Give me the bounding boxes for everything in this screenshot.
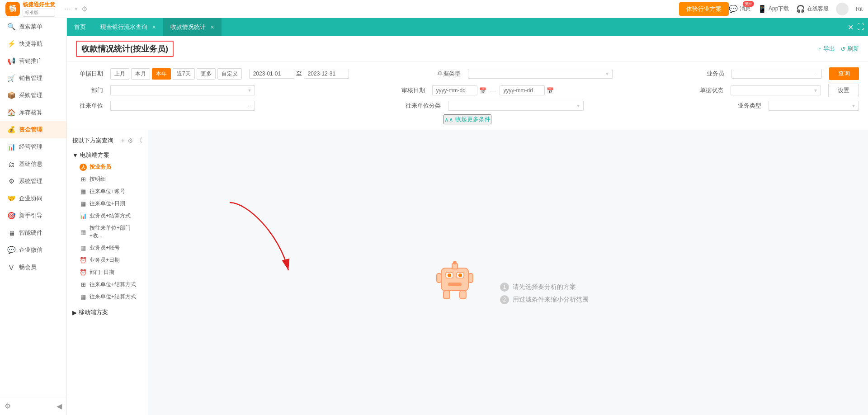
- export-btn[interactable]: ↑ 导出: [819, 45, 835, 53]
- sidebar-item-新手引导[interactable]: 🎯新手引导: [0, 207, 66, 224]
- sidebar-icon-13: 💬: [7, 246, 15, 254]
- online-service-btn[interactable]: 🎧 在线客服: [796, 5, 829, 13]
- sidebar-item-系统管理[interactable]: ⚙系统管理: [0, 173, 66, 190]
- sidebar-item-畅会员[interactable]: V畅会员: [0, 259, 66, 276]
- search-row-2: 部门 ▾ 审核日期 📅 — 📅 单据状态: [76, 84, 859, 97]
- scheme-item-by-detail[interactable]: ⊞ 按明细: [67, 173, 148, 185]
- set-btn[interactable]: 设置: [828, 84, 859, 97]
- robot-container: 1 请先选择要分析的方案 2 用过滤条件来缩小分析范围: [428, 250, 589, 304]
- scheme-group-mobile-title[interactable]: ▶ 移动端方案: [67, 307, 148, 318]
- dept-arrow: ▾: [248, 87, 251, 94]
- sidebar-item-基础信息[interactable]: 🗂基础信息: [0, 156, 66, 173]
- voucher-status-select[interactable]: ▾: [731, 85, 821, 95]
- app-download-btn[interactable]: 📱 App下载: [758, 5, 789, 13]
- salesperson-label: 业务员: [697, 70, 724, 78]
- scheme-item-partner-dept[interactable]: ▦ 按往来单位+部门+收...: [67, 222, 148, 242]
- business-type-select[interactable]: ▾: [769, 101, 859, 111]
- search-row-1: 单据日期 上月 本月 本年 近7天 更多 自定义 至: [76, 67, 859, 80]
- sidebar-item-销售管理[interactable]: 🛒销售管理: [0, 70, 66, 87]
- sidebar-item-企业微信[interactable]: 💬企业微信: [0, 241, 66, 259]
- close-collection-stats-icon[interactable]: ✕: [210, 24, 214, 30]
- tab-collection-stats[interactable]: 收款情况统计 ✕: [163, 18, 222, 36]
- date-end-input[interactable]: [304, 69, 349, 79]
- maximize-icon[interactable]: ⛶: [857, 23, 864, 31]
- scheme-item-icon-ps2: ▦: [80, 293, 87, 301]
- sidebar-item-搜索菜单[interactable]: 🔍搜索菜单: [0, 18, 66, 35]
- sidebar-label-6: 资金管理: [19, 126, 42, 134]
- voucher-type-select[interactable]: ▾: [468, 69, 613, 79]
- review-date-group: 📅 — 📅: [432, 85, 554, 95]
- add-scheme-btn[interactable]: +: [121, 137, 125, 144]
- sidebar-icon-14: V: [7, 263, 15, 271]
- sidebar-icon-7: 📊: [7, 143, 15, 151]
- sidebar-item-企业协同[interactable]: 🤝企业协同: [0, 190, 66, 207]
- date-btn-this-month[interactable]: 本月: [131, 68, 150, 80]
- date-btn-last-month[interactable]: 上月: [110, 68, 129, 80]
- sidebar-item-资金管理[interactable]: 💰资金管理: [0, 121, 66, 138]
- scheme-collapse-icon[interactable]: 《: [136, 137, 142, 145]
- voucher-status-label: 单据状态: [696, 86, 723, 94]
- partner-category-select[interactable]: ▾: [448, 101, 584, 111]
- scheme-item-by-salesperson[interactable]: 人 按业务员: [67, 161, 148, 173]
- review-date-start-input[interactable]: [432, 85, 477, 95]
- sidebar-item-采购管理[interactable]: 📦采购管理: [0, 87, 66, 104]
- dept-select[interactable]: ▾: [110, 85, 255, 95]
- scheme-item-partner-settlement2[interactable]: ▦ 往来单位+结算方式: [67, 291, 148, 303]
- partner-category-arrow: ▾: [577, 103, 580, 109]
- sidebar-icon-5: 🏠: [7, 108, 15, 117]
- scheme-item-salesperson-date[interactable]: ⏰ 业务员+日期: [67, 254, 148, 266]
- empty-tips: 1 请先选择要分析的方案 2 用过滤条件来缩小分析范围: [500, 283, 589, 304]
- date-btn-more[interactable]: 更多: [197, 68, 216, 80]
- scheme-group-desktop-title[interactable]: ▼ 电脑端方案: [67, 149, 148, 161]
- sidebar-settings-icon[interactable]: ⚙: [5, 402, 11, 410]
- scheme-item-icon-salesperson: 人: [80, 164, 87, 171]
- scheme-item-partner-account[interactable]: ▦ 往来单位+账号: [67, 185, 148, 198]
- scheme-item-salesperson-account[interactable]: ▦ 业务员+账号: [67, 242, 148, 254]
- empty-robot-icon: [428, 250, 482, 304]
- scheme-item-partner-date[interactable]: ▦ 往来单位+日期: [67, 198, 148, 210]
- scheme-item-icon-ps1: ⊞: [80, 281, 87, 288]
- sidebar-item-营销推广[interactable]: 📢营销推广: [0, 52, 66, 70]
- tab-bar-right: ✕ ⛶: [848, 23, 868, 32]
- tab-cash-flow[interactable]: 现金银行流水查询 ✕: [93, 18, 163, 36]
- sidebar-item-快捷导航[interactable]: ⚡快捷导航: [0, 35, 66, 52]
- date-range-group: 至: [249, 69, 349, 79]
- sidebar-item-经营管理[interactable]: 📊经营管理: [0, 138, 66, 156]
- review-date-icon1: 📅: [479, 87, 486, 94]
- review-date-label: 审核日期: [398, 86, 425, 94]
- logo-icon: 畅: [5, 2, 20, 16]
- review-date-end-input[interactable]: [500, 85, 545, 95]
- scheme-item-salesperson-settlement[interactable]: 📊 业务员+结算方式: [67, 210, 148, 222]
- messages-btn[interactable]: 💬 消息 99+: [729, 5, 750, 13]
- date-btn-this-year[interactable]: 本年: [152, 68, 171, 80]
- svg-point-7: [453, 261, 457, 264]
- query-btn[interactable]: 查询: [829, 67, 859, 80]
- partner-select[interactable]: ···: [110, 101, 255, 111]
- scheme-item-partner-settlement1[interactable]: ⊞ 往来单位+结算方式: [67, 278, 148, 291]
- result-area: 1 请先选择要分析的方案 2 用过滤条件来缩小分析范围: [148, 130, 868, 415]
- page-title: 收款情况统计(按业务员): [76, 41, 174, 57]
- date-btn-7days[interactable]: 近7天: [173, 68, 195, 80]
- voucher-type-label: 单据类型: [434, 70, 461, 78]
- partner-label: 往来单位: [76, 102, 103, 110]
- close-tab-icon[interactable]: ✕: [848, 23, 854, 32]
- sidebar-item-智能硬件[interactable]: 🖥智能硬件: [0, 224, 66, 241]
- user-name: Rit: [856, 6, 863, 12]
- date-btn-custom[interactable]: 自定义: [217, 68, 242, 80]
- tab-home[interactable]: 首页: [67, 18, 93, 36]
- search-panel: 单据日期 上月 本月 本年 近7天 更多 自定义 至: [67, 62, 868, 130]
- collapse-btn[interactable]: ∧∧ 收起更多条件: [443, 114, 491, 124]
- close-cash-flow-icon[interactable]: ✕: [152, 24, 156, 30]
- tip-num-1: 1: [500, 283, 509, 292]
- scheme-item-dept-date[interactable]: ⏰ 部门+日期: [67, 266, 148, 278]
- user-avatar[interactable]: [836, 3, 849, 15]
- trial-btn[interactable]: 体验行业方案: [679, 2, 729, 16]
- sidebar-item-库存核算[interactable]: 🏠库存核算: [0, 104, 66, 121]
- settings-icon[interactable]: ⚙: [81, 5, 87, 13]
- scheme-settings-icon[interactable]: ⚙: [127, 137, 133, 144]
- sidebar-collapse-icon[interactable]: ◀: [57, 402, 62, 410]
- collapse-icon: ∧∧: [444, 116, 453, 123]
- salesperson-select[interactable]: ···: [731, 69, 822, 79]
- refresh-btn[interactable]: ↺ 刷新: [840, 45, 859, 53]
- date-start-input[interactable]: [249, 69, 294, 79]
